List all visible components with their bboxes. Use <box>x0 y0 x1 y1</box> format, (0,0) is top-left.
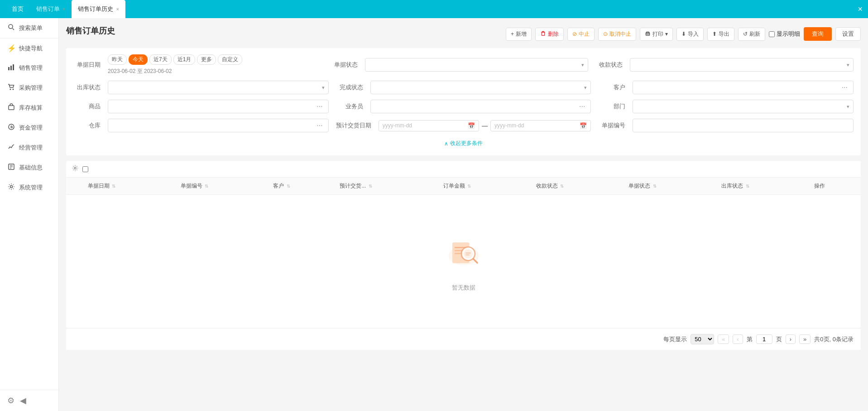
delete-icon <box>540 30 546 38</box>
svg-point-13 <box>10 186 13 188</box>
tab-sales-order[interactable]: 销售订单 × <box>30 0 72 18</box>
goods-input[interactable]: ··· <box>108 100 329 113</box>
sys-mgmt-icon <box>7 183 15 192</box>
svg-point-17 <box>74 167 76 169</box>
order-no-input[interactable] <box>633 119 854 132</box>
doc-status-select[interactable]: ▾ <box>365 58 589 72</box>
customer-label: 客户 <box>598 83 625 92</box>
select-all-checkbox[interactable] <box>82 166 88 172</box>
sidebar-item-basic-info[interactable]: 基础信息 <box>0 158 58 178</box>
dept-select[interactable]: ▾ <box>633 100 854 113</box>
last-page-btn[interactable]: » <box>799 334 810 344</box>
per-page-select[interactable]: 50 10 20 100 <box>691 334 714 344</box>
calendar-end-icon: 📅 <box>580 122 587 129</box>
first-page-btn[interactable]: « <box>718 334 729 344</box>
prev-page-btn[interactable]: ‹ <box>733 334 743 344</box>
expected-delivery-end[interactable]: yyyy-mm-dd 📅 <box>490 120 591 131</box>
sort-customer-icon[interactable]: ⇅ <box>287 184 290 189</box>
date-btn-yesterday[interactable]: 昨天 <box>108 54 127 65</box>
add-button[interactable]: + 新增 <box>506 28 532 41</box>
goods-ellipsis-icon[interactable]: ··· <box>315 102 324 111</box>
date-label: 单据日期 <box>73 61 101 69</box>
sidebar-item-search-menu[interactable]: 搜索菜单 <box>0 18 58 39</box>
sort-expected-delivery-icon[interactable]: ⇅ <box>369 184 372 189</box>
th-date: 单据日期 ⇅ <box>82 178 175 195</box>
cancel-stop-button[interactable]: ⊙ 取消中止 <box>598 28 636 41</box>
import-button[interactable]: ⬇ 导入 <box>676 28 704 41</box>
next-page-btn[interactable]: › <box>786 334 796 344</box>
ops-mgmt-icon <box>7 143 15 152</box>
close-tab-sales-order-history[interactable]: × <box>116 6 119 12</box>
sidebar-item-finance-mgmt[interactable]: 资金管理 <box>0 118 58 138</box>
svg-point-6 <box>13 89 14 90</box>
page-label: 页 <box>776 335 782 343</box>
date-btn-1month[interactable]: 近1月 <box>173 54 196 65</box>
collapse-sidebar-icon[interactable]: ◀ <box>20 396 26 406</box>
collapse-more-btn[interactable]: ∧ 收起更多条件 <box>73 138 854 149</box>
calendar-start-icon: 📅 <box>468 122 475 129</box>
sidebar-item-ops-mgmt[interactable]: 经营管理 <box>0 138 58 158</box>
delete-button[interactable]: 删除 <box>535 28 564 41</box>
svg-rect-4 <box>13 64 14 70</box>
th-doc-status: 单据状态 ⇅ <box>623 178 716 195</box>
setting-button[interactable]: 设置 <box>835 27 861 41</box>
warehouse-input[interactable]: ··· <box>108 119 329 132</box>
completion-status-select[interactable]: ▾ <box>370 81 591 94</box>
salesrep-input[interactable]: ··· <box>370 100 591 113</box>
empty-state: 暂无数据 <box>66 195 861 328</box>
expected-delivery-start[interactable]: yyyy-mm-dd 📅 <box>379 120 479 131</box>
window-close-icon[interactable]: × <box>858 5 863 14</box>
date-btn-more[interactable]: 更多 <box>197 54 216 65</box>
page-input[interactable] <box>756 334 772 344</box>
settings-bottom-icon[interactable]: ⚙ <box>7 396 14 406</box>
sort-no-icon[interactable]: ⇅ <box>205 184 208 189</box>
dept-arrow-icon: ▾ <box>847 104 849 110</box>
refresh-icon: ↺ <box>743 31 748 37</box>
sidebar-item-inventory-mgmt[interactable]: 库存核算 <box>0 98 58 118</box>
add-icon: + <box>511 31 514 37</box>
close-tab-sales-order[interactable]: × <box>62 6 65 12</box>
date-btn-today[interactable]: 今天 <box>129 54 148 65</box>
sort-order-amount-icon[interactable]: ⇅ <box>467 184 471 189</box>
import-icon: ⬇ <box>681 31 686 37</box>
sort-outbound-status-icon[interactable]: ⇅ <box>746 184 749 189</box>
svg-rect-2 <box>8 67 10 70</box>
sidebar-item-quick-nav[interactable]: ⚡ 快捷导航 <box>0 39 58 58</box>
sort-doc-status-icon[interactable]: ⇅ <box>653 184 657 189</box>
warehouse-ellipsis-icon[interactable]: ··· <box>315 121 324 130</box>
date-btn-7days[interactable]: 近7天 <box>149 54 172 65</box>
layout: 搜索菜单 ⚡ 快捷导航 销售管理 采购管理 库存核算 <box>0 18 868 411</box>
receipt-status-select[interactable]: ▾ <box>630 58 854 72</box>
table-header: 单据日期 ⇅ 单据编号 ⇅ 客户 ⇅ 预计交货... <box>66 178 861 195</box>
date-range: 2023-06-02 至 2023-06-02 <box>108 68 323 75</box>
sort-date-icon[interactable]: ⇅ <box>112 184 115 189</box>
query-button[interactable]: 查询 <box>804 27 832 41</box>
customer-input[interactable]: ··· <box>633 81 854 94</box>
customer-ellipsis-icon[interactable]: ··· <box>840 83 849 92</box>
print-button[interactable]: 打印 ▾ <box>640 28 673 41</box>
outbound-status-select[interactable]: ▾ <box>108 81 329 94</box>
display-toggle[interactable]: 显示明细 <box>769 30 800 38</box>
tab-sales-order-history[interactable]: 销售订单历史 × <box>72 0 125 18</box>
svg-rect-7 <box>9 106 14 110</box>
tab-home[interactable]: 首页 <box>5 0 30 18</box>
sort-receipt-status-icon[interactable]: ⇅ <box>560 184 564 189</box>
stop-button[interactable]: ⊘ 中止 <box>567 28 595 41</box>
export-icon: ⬆ <box>712 31 717 37</box>
refresh-button[interactable]: ↺ 刷新 <box>738 28 765 41</box>
warehouse-label: 仓库 <box>73 121 101 130</box>
completion-arrow-icon: ▾ <box>584 85 587 91</box>
date-btn-custom[interactable]: 自定义 <box>218 54 242 65</box>
sidebar: 搜索菜单 ⚡ 快捷导航 销售管理 采购管理 库存核算 <box>0 18 59 411</box>
purchase-mgmt-icon <box>7 83 15 92</box>
export-button[interactable]: ⬆ 导出 <box>707 28 734 41</box>
sidebar-item-sys-mgmt[interactable]: 系统管理 <box>0 178 58 198</box>
sidebar-item-sales-mgmt[interactable]: 销售管理 <box>0 58 58 78</box>
salesrep-ellipsis-icon[interactable]: ··· <box>577 102 587 111</box>
th-checkbox <box>66 178 82 195</box>
svg-point-0 <box>9 24 13 29</box>
display-toggle-checkbox[interactable] <box>769 31 775 37</box>
sidebar-item-purchase-mgmt[interactable]: 采购管理 <box>0 78 58 98</box>
table-settings-icon[interactable] <box>72 164 79 174</box>
order-no-label: 单据编号 <box>598 121 625 130</box>
